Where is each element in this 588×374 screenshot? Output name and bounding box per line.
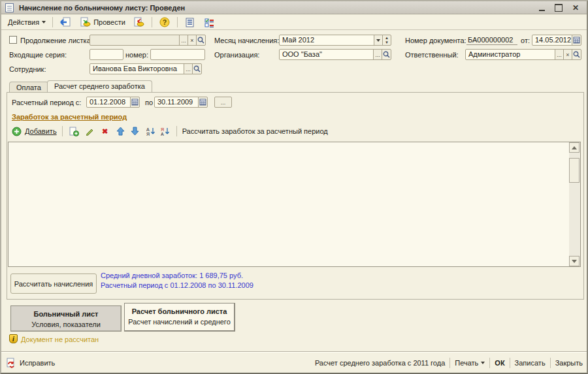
doc-date-label: от: <box>521 37 530 44</box>
calendar-icon[interactable] <box>130 97 140 108</box>
checkbox-settings-button[interactable] <box>200 14 220 30</box>
employee-label: Сотрудник: <box>9 65 46 73</box>
svg-text:Я: Я <box>161 127 164 132</box>
period-label: Расчетный период с: <box>12 99 81 106</box>
window-title: Начисление по больничному листу: Проведе… <box>19 4 185 12</box>
reread-icon <box>59 16 71 28</box>
clear-button[interactable]: × <box>188 35 197 46</box>
minimize-icon[interactable] <box>537 4 546 12</box>
movements-button[interactable] <box>129 14 149 30</box>
calc-mode-status: Расчет среднего заработка с 2011 года <box>315 359 445 367</box>
continuation-label: Продолжение листка <box>20 37 91 44</box>
close-button[interactable]: Закрыть <box>555 359 583 367</box>
incoming-number-input[interactable] <box>150 49 205 60</box>
bottom-tab-sick-calc[interactable]: Расчет больничного листа Расчет начислен… <box>124 303 235 332</box>
ok-button[interactable]: ОК <box>495 359 504 367</box>
tab-payment[interactable]: Оплата <box>9 82 48 92</box>
help-button[interactable]: ? <box>155 14 174 30</box>
svg-text:А: А <box>146 127 150 132</box>
clear-button[interactable]: × <box>563 49 572 60</box>
print-button[interactable]: Печать <box>455 359 485 367</box>
fix-button[interactable]: Исправить <box>5 357 55 369</box>
title-bar[interactable]: Начисление по больничному листу: Проведе… <box>1 1 587 14</box>
info-icon: i <box>9 334 18 343</box>
incoming-number-label: номер: <box>125 51 148 59</box>
doc-number-label: Номер документа: <box>405 37 466 44</box>
scroll-up-button[interactable] <box>569 142 580 153</box>
fix-icon <box>5 357 17 369</box>
checkbox-list-icon <box>204 16 216 28</box>
search-icon[interactable] <box>382 49 391 60</box>
employee-field[interactable]: Иванова Ева Викторовна ... <box>90 63 202 74</box>
average-earnings-note: Средний дневной заработок: 1 689,75 руб.… <box>101 271 253 290</box>
tab-average-earnings[interactable]: Расчет среднего заработка <box>47 80 152 92</box>
earnings-section-title: Заработок за расчетный период <box>12 113 127 121</box>
close-icon[interactable]: ✕ <box>571 4 580 12</box>
sort-asc-icon[interactable]: АЯ <box>145 125 157 137</box>
delete-icon[interactable]: ✖ <box>99 125 111 137</box>
post-button[interactable]: Провести <box>75 14 129 30</box>
month-label: Месяц начисления: <box>214 37 279 44</box>
move-down-icon[interactable] <box>129 125 141 137</box>
move-up-icon[interactable] <box>115 125 127 137</box>
period-more-button[interactable]: ... <box>215 97 232 108</box>
maximize-icon[interactable] <box>554 4 563 12</box>
period-from-field[interactable]: 01.12.2008 <box>86 97 140 108</box>
chevron-down-icon[interactable] <box>374 35 383 46</box>
responsible-field[interactable]: Администратор ... × <box>465 49 581 60</box>
document-icon <box>5 3 14 12</box>
vertical-scrollbar[interactable] <box>569 142 581 267</box>
continuation-field[interactable]: ... × <box>90 35 206 46</box>
ellipsis-button[interactable]: ... <box>555 49 564 60</box>
list-icon <box>184 16 196 28</box>
svg-text:Я: Я <box>146 132 150 136</box>
organization-label: Организация: <box>214 51 259 59</box>
actions-button[interactable]: Действия <box>4 16 50 28</box>
bottom-tab-sick-list[interactable]: Больничный лист Условия, показатели <box>10 305 122 332</box>
avg-daily-earnings-line: Средний дневной заработок: 1 689,75 руб. <box>101 271 253 281</box>
calendar-icon[interactable] <box>198 97 208 108</box>
reread-button[interactable] <box>56 14 75 30</box>
not-calculated-notice: Документ не рассчитан <box>21 335 99 343</box>
edit-pencil-icon[interactable] <box>84 125 95 137</box>
post-icon <box>79 16 91 28</box>
svg-text:А: А <box>161 132 164 136</box>
month-spinner[interactable]: ▲▼ <box>382 35 391 46</box>
incoming-series-input[interactable] <box>90 49 123 60</box>
period-to-label: по <box>145 99 153 106</box>
scroll-thumb[interactable] <box>569 158 580 183</box>
chevron-down-icon <box>42 21 46 23</box>
earnings-toolbar: Добавить ✖ АЯ ЯА Рассчитать заработок за… <box>10 125 328 138</box>
document-window: Начисление по больничному листу: Проведе… <box>0 0 588 374</box>
period-to-field[interactable]: 30.11.2009 <box>154 97 208 108</box>
search-icon[interactable] <box>192 63 202 74</box>
calendar-icon[interactable] <box>572 35 581 46</box>
movements-icon <box>133 16 145 28</box>
add-icon <box>10 125 22 137</box>
scroll-down-button[interactable] <box>569 256 580 266</box>
organization-field[interactable]: ООО "База" ... <box>279 49 391 60</box>
search-icon[interactable] <box>572 49 581 60</box>
search-icon[interactable] <box>196 35 206 46</box>
add-button[interactable]: Добавить <box>10 125 57 137</box>
main-toolbar: Действия Провести ? <box>1 15 587 30</box>
doc-number-value[interactable]: БА000000002 <box>466 35 517 45</box>
doc-date-field[interactable]: 14.05.2012 <box>532 35 581 46</box>
continuation-checkbox[interactable] <box>9 36 17 44</box>
ellipsis-button[interactable]: ... <box>184 63 193 74</box>
status-bar: Исправить Расчет среднего заработка с 20… <box>1 352 587 373</box>
sort-desc-icon[interactable]: ЯА <box>159 125 171 137</box>
ellipsis-button[interactable]: ... <box>179 35 188 46</box>
calc-accruals-button[interactable]: Рассчитать начисления <box>10 273 97 294</box>
incoming-series-label: Входящие серия: <box>9 51 67 59</box>
help-icon: ? <box>159 16 171 28</box>
month-field[interactable]: Май 2012 ▲▼ <box>279 35 391 46</box>
calc-earnings-button[interactable]: Рассчитать заработок за расчетный период <box>182 127 328 135</box>
chevron-down-icon <box>481 362 485 364</box>
save-button[interactable]: Записать <box>515 359 546 367</box>
calc-period-line: Расчетный период с 01.12.2008 по 30.11.2… <box>101 281 253 290</box>
responsible-label: Ответственный: <box>405 51 459 59</box>
list-settings-button[interactable] <box>180 14 200 30</box>
copy-icon[interactable] <box>68 125 80 137</box>
ellipsis-button[interactable]: ... <box>373 49 382 60</box>
